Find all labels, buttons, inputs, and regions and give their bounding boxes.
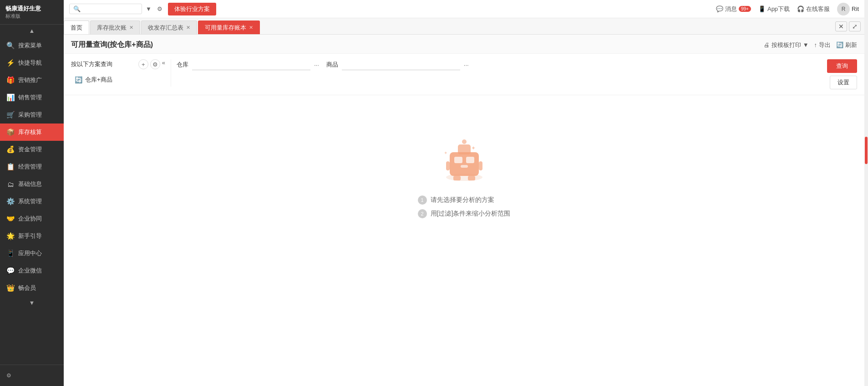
filter-product-group: 商品 ··· [326, 59, 469, 70]
sidebar-item-finance[interactable]: 💰 资金管理 [0, 141, 64, 158]
app-download-label: App下载 [767, 5, 790, 13]
sidebar-item-label: 快捷导航 [18, 59, 42, 67]
tab-batch_ledger[interactable]: 库存批次账✕ [90, 21, 140, 34]
filter-warehouse-label: 仓库 [177, 61, 188, 69]
sidebar-scroll-up[interactable]: ▲ [0, 25, 64, 37]
export-button[interactable]: ↑ 导出 [814, 41, 831, 49]
sidebar-item-wechat[interactable]: 💬 企业微信 [0, 262, 64, 279]
settings-scheme-button[interactable]: ⚙ [150, 59, 160, 69]
print-template-button[interactable]: 🖨 按模板打印 ▼ [764, 41, 809, 49]
sidebar-bottom: ⚙ [0, 365, 64, 386]
sidebar-item-label: 系统管理 [18, 197, 42, 206]
avatar: R [837, 3, 850, 15]
online-service-button[interactable]: 🎧 在线客服 [797, 5, 830, 13]
sidebar-item-cooperation[interactable]: 🤝 企业协同 [0, 210, 64, 227]
add-scheme-button[interactable]: + [138, 59, 148, 69]
query-section: 按以下方案查询 + ⚙ « 🔄 仓库+商品 仓 [64, 54, 864, 95]
svg-text:✦: ✦ [471, 145, 476, 151]
sidebar-item-label: 企业微信 [18, 267, 42, 275]
scrollbar-thumb[interactable] [865, 137, 868, 164]
sidebar-item-shortcut[interactable]: ⚡ 快捷导航 [0, 54, 64, 72]
filter-product-input[interactable] [342, 59, 460, 70]
tip-text-1: 请先选择要分析的方案 [431, 196, 494, 204]
tab-close-all-button[interactable]: ✕ [835, 21, 847, 31]
sidebar-item-label: 营销推广 [18, 76, 42, 84]
headset-icon: 🎧 [797, 5, 804, 12]
query-button[interactable]: 查询 [827, 59, 857, 73]
filter-warehouse-group: 仓库 ··· [177, 59, 319, 70]
tab-close-available_ledger[interactable]: ✕ [249, 25, 253, 31]
scheme-actions: + ⚙ « [138, 59, 165, 69]
filter-product-more-button[interactable]: ··· [464, 62, 469, 68]
scheme-item-label: 仓库+商品 [85, 76, 112, 84]
main-area: 🔍 ▼ ⚙ 体验行业方案 💬 消息 99+ 📱 App下载 🎧 在 [64, 0, 864, 386]
tab-label: 可用量库存账本 [205, 24, 246, 32]
svg-rect-10 [468, 176, 475, 180]
tab-close-batch_ledger[interactable]: ✕ [129, 25, 133, 31]
export-label: 导出 [819, 41, 831, 49]
app_center-icon: 📱 [6, 249, 15, 257]
sidebar-bottom-settings[interactable]: ⚙ [0, 369, 64, 382]
setting-button[interactable]: 设置 [830, 76, 857, 89]
refresh-button[interactable]: 🔄 刷新 [836, 41, 857, 49]
sidebar-item-label: 销售管理 [18, 93, 42, 102]
message-badge: 99+ [739, 6, 751, 12]
message-button[interactable]: 💬 消息 99+ [716, 5, 751, 13]
sidebar-item-search[interactable]: 🔍 搜索菜单 [0, 37, 64, 54]
dropdown-icon[interactable]: ▼ [146, 5, 152, 12]
app-download-button[interactable]: 📱 App下载 [758, 5, 790, 13]
collapse-scheme-button[interactable]: « [162, 59, 165, 69]
user-profile[interactable]: R Rit [837, 3, 859, 15]
marketing_promo-icon: 🎁 [6, 76, 15, 84]
sidebar-item-sales[interactable]: 📊 销售管理 [0, 89, 64, 106]
sidebar-item-label: 搜索菜单 [18, 41, 42, 50]
sidebar-item-label: 畅会员 [18, 284, 36, 292]
scheme-panel: 按以下方案查询 + ⚙ « 🔄 仓库+商品 [71, 59, 171, 87]
shortcut-icon: ⚡ [6, 59, 15, 67]
export-icon: ↑ [814, 41, 817, 48]
cooperation-icon: 🤝 [6, 215, 15, 223]
filter-warehouse-input[interactable] [192, 59, 310, 70]
sidebar-item-marketing_promo[interactable]: 🎁 营销推广 [0, 72, 64, 89]
sidebar-item-system[interactable]: ⚙️ 系统管理 [0, 193, 64, 210]
filter-warehouse-more-button[interactable]: ··· [314, 62, 319, 68]
sidebar-scroll-down[interactable]: ▼ [0, 297, 64, 309]
sidebar-item-basic_info[interactable]: 🗂 基础信息 [0, 175, 64, 193]
right-scrollbar[interactable] [864, 0, 868, 386]
search-input[interactable] [82, 6, 137, 12]
scheme-item-warehouse-product[interactable]: 🔄 仓库+商品 [71, 73, 165, 87]
sidebar: 畅康通好生意 标准版 ▲ 🔍 搜索菜单⚡ 快捷导航🎁 营销推广📊 销售管理🛒 采… [0, 0, 64, 386]
sidebar-item-app_center[interactable]: 📱 应用中心 [0, 245, 64, 262]
sidebar-item-purchase[interactable]: 🛒 采购管理 [0, 106, 64, 124]
tab-home[interactable]: 首页 [64, 21, 89, 34]
print-dropdown-icon: ▼ [803, 41, 809, 48]
tip-num-2: 2 [418, 209, 427, 218]
sidebar-item-operations[interactable]: 📋 经营管理 [0, 158, 64, 175]
sales-icon: 📊 [6, 93, 15, 102]
topbar-search-box[interactable]: 🔍 [69, 4, 142, 14]
page-header-actions: 🖨 按模板打印 ▼ ↑ 导出 🔄 刷新 [764, 41, 857, 49]
scheme-header: 按以下方案查询 + ⚙ « [71, 59, 165, 69]
purchase-icon: 🛒 [6, 111, 15, 119]
tab-available_ledger[interactable]: 可用量库存账本✕ [198, 21, 260, 34]
tab-collection_summary[interactable]: 收发存汇总表✕ [141, 21, 197, 34]
svg-rect-2 [454, 157, 462, 163]
tabs-right-buttons: ✕ ⤢ [835, 21, 861, 31]
sidebar-item-inventory[interactable]: 📦 库存核算 [0, 124, 64, 141]
right-action-column: 查询 设置 [826, 59, 857, 89]
wechat-icon: 💬 [6, 267, 15, 275]
sidebar-item-new_guide[interactable]: 🌟 新手引导 [0, 227, 64, 245]
svg-rect-4 [461, 165, 468, 168]
sidebar-item-vip[interactable]: 👑 畅会员 [0, 279, 64, 297]
industry-solution-button[interactable]: 体验行业方案 [168, 3, 216, 15]
sidebar-nav: ▲ 🔍 搜索菜单⚡ 快捷导航🎁 营销推广📊 销售管理🛒 采购管理📦 库存核算💰 [0, 25, 64, 365]
sidebar-logo: 畅康通好生意 标准版 [0, 0, 64, 25]
tab-close-collection_summary[interactable]: ✕ [186, 25, 190, 31]
empty-tip-2: 2 用[过滤]条件来缩小分析范围 [418, 209, 511, 218]
sidebar-item-label: 应用中心 [18, 249, 42, 257]
print-icon: 🖨 [764, 41, 770, 48]
tabs-bar: 首页库存批次账✕收发存汇总表✕可用量库存账本✕ ✕ ⤢ [64, 18, 864, 35]
settings-icon[interactable]: ⚙ [155, 4, 164, 14]
tab-maximize-button[interactable]: ⤢ [849, 21, 861, 31]
sidebar-item-label: 库存核算 [18, 128, 42, 136]
